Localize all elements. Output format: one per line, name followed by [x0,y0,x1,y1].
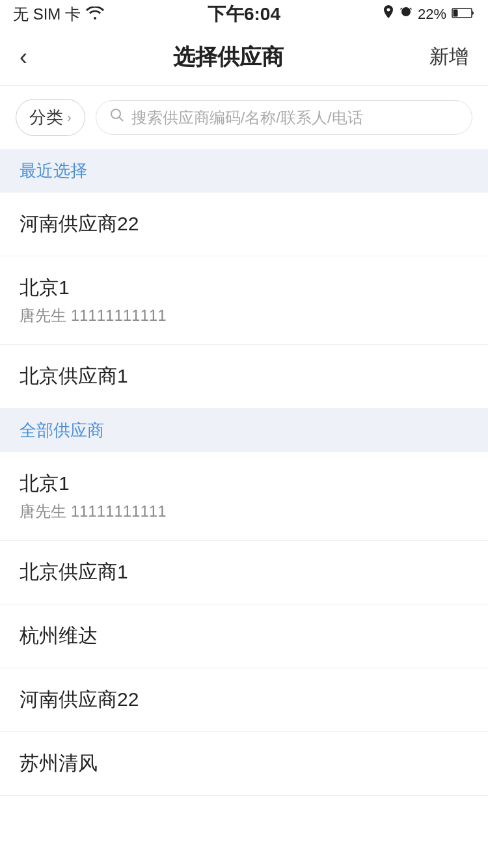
item-name: 苏州清风 [20,750,468,777]
svg-point-2 [111,109,120,118]
item-sub: 唐先生 11111111111 [20,501,468,522]
add-button[interactable]: 新增 [429,44,468,70]
list-item[interactable]: 杭州维达 [0,604,488,668]
recent-section-label: 最近选择 [20,161,87,180]
all-list: 北京1唐先生 11111111111北京供应商1杭州维达河南供应商22苏州清风 [0,452,488,796]
category-button[interactable]: 分类 › [16,99,85,136]
status-bar: 无 SIM 卡 下午6:04 22% [0,0,488,29]
item-name: 北京供应商1 [20,363,468,390]
list-item[interactable]: 苏州清风 [0,732,488,796]
status-right: 22% [383,5,475,23]
item-name: 杭州维达 [20,623,468,649]
recent-list: 河南供应商22北京1唐先生 11111111111北京供应商1 [0,193,488,409]
item-name: 北京供应商1 [20,559,468,586]
item-name: 河南供应商22 [20,686,468,713]
back-button[interactable]: ‹ [20,44,27,71]
list-item[interactable]: 河南供应商22 [0,668,488,732]
chevron-right-icon: › [67,110,72,125]
list-item[interactable]: 河南供应商22 [0,193,488,256]
list-item[interactable]: 北京供应商1 [0,541,488,604]
alarm-icon [400,6,413,23]
item-name: 北京1 [20,470,468,497]
status-time: 下午6:04 [208,2,280,27]
list-item[interactable]: 北京1唐先生 11111111111 [0,452,488,541]
carrier-label: 无 SIM 卡 [13,4,81,25]
all-section-header: 全部供应商 [0,409,488,452]
category-label: 分类 [29,106,63,129]
nav-bar: ‹ 选择供应商 新增 [0,29,488,86]
battery-icon [452,6,475,23]
list-item[interactable]: 北京供应商1 [0,345,488,409]
wifi-icon [86,5,104,23]
search-icon [109,107,125,128]
recent-section-header: 最近选择 [0,149,488,193]
item-name: 河南供应商22 [20,211,468,237]
battery-label: 22% [418,6,446,23]
svg-rect-1 [454,10,458,17]
item-sub: 唐先生 11111111111 [20,305,468,326]
search-box [96,100,472,135]
all-section-label: 全部供应商 [20,420,104,440]
page-title: 选择供应商 [173,42,284,72]
item-name: 北京1 [20,275,468,301]
status-left: 无 SIM 卡 [13,4,104,25]
list-item[interactable]: 北京1唐先生 11111111111 [0,256,488,345]
filter-bar: 分类 › [0,86,488,149]
search-input[interactable] [131,109,459,127]
svg-line-3 [119,118,123,122]
location-icon [383,5,394,23]
